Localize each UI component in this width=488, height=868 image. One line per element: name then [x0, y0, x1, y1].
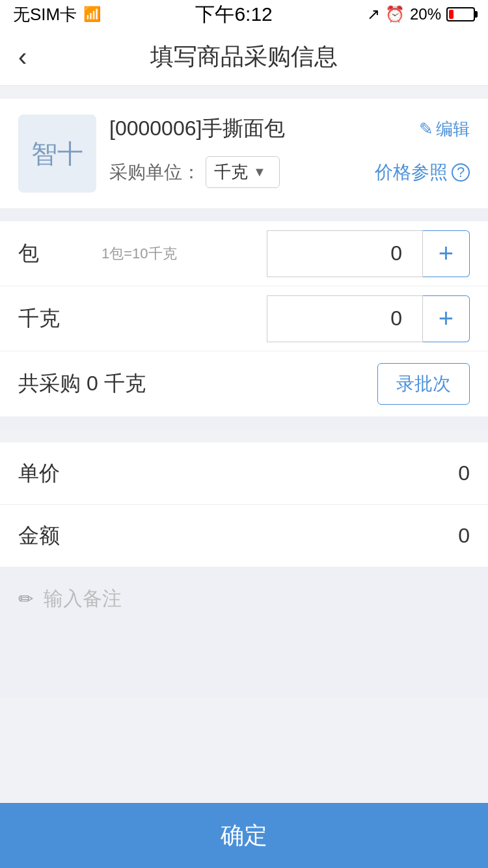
- section-divider-1: [0, 208, 488, 221]
- amount-row: 金额 0: [0, 505, 488, 567]
- unit-select[interactable]: 千克 ▼: [206, 156, 280, 188]
- unit-price-row: 单价 0: [0, 442, 488, 505]
- help-icon: ?: [452, 163, 470, 182]
- price-section: 单价 0 金额 0: [0, 442, 488, 567]
- notes-placeholder: 输入备注: [44, 586, 122, 612]
- confirm-button-label: 确定: [221, 820, 267, 852]
- kg-plus-button[interactable]: +: [423, 295, 470, 342]
- status-bar: 无SIM卡 📶 下午6:12 ↗ ⏰ 20%: [0, 0, 488, 29]
- total-row: 共采购 0 千克 录批次: [0, 351, 488, 416]
- product-info: [0000006]手撕面包 ✎ 编辑 采购单位： 千克 ▼ 价格参照 ?: [109, 115, 470, 188]
- total-label: 共采购: [18, 372, 81, 395]
- status-left: 无SIM卡 📶: [13, 3, 101, 26]
- product-unit-row: 采购单位： 千克 ▼ 价格参照 ?: [109, 156, 470, 188]
- bottom-spacer: [0, 698, 488, 763]
- product-name-row: [0000006]手撕面包 ✎ 编辑: [109, 115, 470, 143]
- bao-input-group: +: [267, 230, 470, 277]
- product-logo: 智十: [31, 136, 83, 172]
- alarm-icon: ⏰: [385, 5, 405, 23]
- status-time: 下午6:12: [195, 1, 272, 28]
- kg-input-group: +: [267, 295, 470, 342]
- back-button[interactable]: ‹: [18, 42, 27, 72]
- total-text: 共采购 0 千克: [18, 370, 146, 398]
- total-unit: 千克: [104, 372, 146, 395]
- battery-icon: [446, 7, 475, 21]
- kg-input[interactable]: [267, 295, 423, 342]
- page-title: 填写商品采购信息: [150, 41, 338, 73]
- edit-label: 编辑: [436, 118, 470, 141]
- unit-dropdown-arrow: ▼: [253, 165, 266, 180]
- total-amount: 0: [87, 372, 98, 395]
- notes-input-row: ✏ 输入备注: [18, 586, 470, 612]
- product-title: 手撕面包: [202, 116, 285, 140]
- battery-percent: 20%: [410, 5, 441, 23]
- unit-price-label: 单价: [18, 459, 60, 488]
- bao-label: 包: [18, 239, 96, 268]
- kg-row: 千克 +: [0, 286, 488, 351]
- edit-button[interactable]: ✎ 编辑: [419, 118, 470, 141]
- product-image: 智十: [18, 115, 96, 193]
- wifi-icon: 📶: [83, 6, 101, 23]
- price-ref-button[interactable]: 价格参照 ?: [375, 160, 470, 185]
- bao-row: 包 1包=10千克 +: [0, 221, 488, 286]
- section-divider-2: [0, 416, 488, 429]
- location-icon: ↗: [367, 5, 380, 23]
- kg-label: 千克: [18, 305, 96, 333]
- product-card: 智十 [0000006]手撕面包 ✎ 编辑 采购单位： 千克 ▼ 价格参照 ?: [0, 99, 488, 208]
- product-name: [0000006]手撕面包: [109, 115, 285, 143]
- unit-label: 采购单位：: [109, 160, 200, 185]
- nav-bar: ‹ 填写商品采购信息: [0, 29, 488, 86]
- bao-sublabel: 1包=10千克: [102, 244, 177, 264]
- batch-button[interactable]: 录批次: [377, 363, 470, 405]
- pencil-icon: ✏: [18, 588, 33, 610]
- amount-value: 0: [458, 524, 470, 548]
- battery-fill: [449, 10, 454, 19]
- edit-icon: ✎: [419, 119, 433, 139]
- amount-label: 金额: [18, 522, 60, 550]
- confirm-button[interactable]: 确定: [0, 803, 488, 868]
- notes-section[interactable]: ✏ 输入备注: [0, 567, 488, 698]
- unit-value: 千克: [214, 161, 248, 183]
- bao-plus-button[interactable]: +: [423, 230, 470, 277]
- bao-input[interactable]: [267, 230, 423, 277]
- unit-price-value: 0: [458, 461, 470, 485]
- carrier-text: 无SIM卡: [13, 3, 77, 26]
- status-right: ↗ ⏰ 20%: [367, 5, 475, 23]
- quantity-form: 包 1包=10千克 + 千克 + 共采购 0 千克 录批次: [0, 221, 488, 416]
- product-id: [0000006]: [109, 116, 202, 140]
- price-ref-label: 价格参照: [375, 160, 448, 185]
